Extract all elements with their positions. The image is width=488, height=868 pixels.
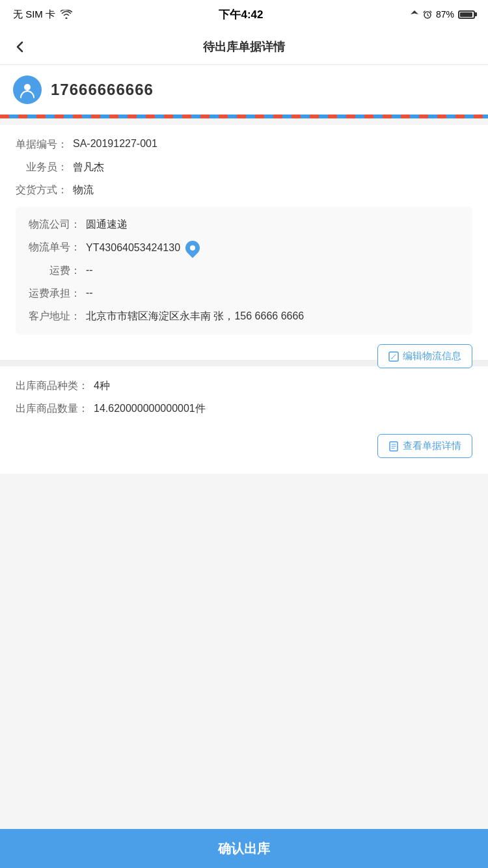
delivery-value: 物流 — [73, 183, 472, 197]
view-details-button[interactable]: 查看单据详情 — [377, 434, 472, 458]
confirm-outbound-button[interactable]: 确认出库 — [0, 829, 488, 868]
logistics-tracking-value: YT43064053424130 — [86, 241, 459, 255]
freight-value: -- — [86, 264, 459, 276]
view-btn-container: 查看单据详情 — [16, 425, 472, 461]
page-title: 待出库单据详情 — [203, 39, 285, 55]
logistics-company-row: 物流公司： 圆通速递 — [29, 218, 459, 232]
address-label: 客户地址： — [29, 310, 81, 323]
document-number-value: SA-20191227-001 — [73, 138, 472, 150]
freight-bear-label: 运费承担： — [29, 287, 81, 301]
freight-bear-row: 运费承担： -- — [29, 287, 459, 301]
logistics-tracking-label: 物流单号： — [29, 241, 81, 254]
dashed-divider — [0, 115, 488, 118]
document-info-section: 单据编号： SA-20191227-001 业务员： 曾凡杰 交货方式： 物流 … — [0, 125, 488, 360]
nav-bar: 待出库单据详情 — [0, 29, 488, 65]
user-header: 17666666666 — [0, 65, 488, 115]
quantity-label: 出库商品数量： — [16, 402, 88, 416]
battery-percentage: 87% — [436, 9, 454, 20]
map-location-icon[interactable] — [182, 237, 202, 258]
quantity-row: 出库商品数量： 14.620000000000001件 — [16, 402, 472, 416]
logistics-company-label: 物流公司： — [29, 218, 81, 232]
view-details-label: 查看单据详情 — [403, 440, 461, 452]
bottom-area: 确认出库 — [0, 829, 488, 868]
quantity-value: 14.620000000000001件 — [94, 402, 206, 416]
carrier-text: 无 SIM 卡 — [13, 8, 55, 21]
type-row: 出库商品种类： 4种 — [16, 379, 472, 393]
delivery-label: 交货方式： — [16, 183, 68, 197]
avatar — [13, 75, 42, 104]
edit-icon — [388, 351, 399, 362]
wifi-icon — [61, 10, 72, 19]
location-arrow-icon — [410, 10, 419, 19]
status-left: 无 SIM 卡 — [13, 8, 72, 21]
salesman-value: 曾凡杰 — [73, 161, 472, 174]
status-bar: 无 SIM 卡 下午4:42 87% — [0, 0, 488, 29]
back-button[interactable] — [13, 40, 27, 54]
summary-section: 出库商品种类： 4种 出库商品数量： 14.620000000000001件 查… — [0, 366, 488, 474]
logistics-card: 物流公司： 圆通速递 物流单号： YT43064053424130 运费： --… — [16, 206, 472, 335]
type-value: 4种 — [94, 379, 110, 393]
salesman-label: 业务员： — [16, 161, 68, 174]
logistics-company-value: 圆通速递 — [86, 218, 459, 232]
freight-row: 运费： -- — [29, 264, 459, 278]
user-phone: 17666666666 — [51, 81, 154, 99]
document-number-label: 单据编号： — [16, 138, 68, 152]
edit-btn-container: 编辑物流信息 — [16, 335, 472, 347]
address-value: 北京市市辖区海淀区永丰南 张，156 6666 6666 — [86, 310, 459, 323]
freight-bear-value: -- — [86, 287, 459, 299]
salesman-row: 业务员： 曾凡杰 — [16, 161, 472, 174]
battery-icon — [458, 10, 475, 19]
edit-logistics-label: 编辑物流信息 — [403, 350, 461, 362]
svg-point-1 — [24, 84, 31, 90]
logistics-tracking-row: 物流单号： YT43064053424130 — [29, 241, 459, 255]
alarm-icon — [423, 10, 432, 19]
delivery-row: 交货方式： 物流 — [16, 183, 472, 197]
type-label: 出库商品种类： — [16, 379, 88, 393]
address-row: 客户地址： 北京市市辖区海淀区永丰南 张，156 6666 6666 — [29, 310, 459, 323]
document-number-row: 单据编号： SA-20191227-001 — [16, 138, 472, 152]
status-right: 87% — [410, 9, 475, 20]
edit-logistics-button[interactable]: 编辑物流信息 — [377, 344, 472, 368]
document-icon — [388, 441, 399, 452]
status-time: 下午4:42 — [219, 7, 263, 22]
freight-label: 运费： — [29, 264, 81, 278]
